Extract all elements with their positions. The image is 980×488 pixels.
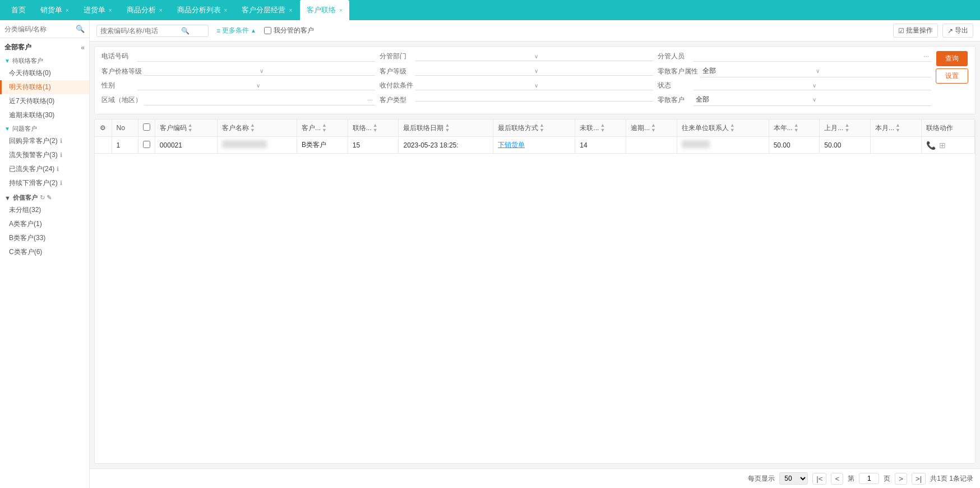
th-this-year[interactable]: 本年... ▲▼ bbox=[769, 119, 820, 137]
sidebar-item-churn-warning[interactable]: 流失预警客户(3) ℹ bbox=[0, 148, 89, 162]
region-dots-icon[interactable]: ··· bbox=[367, 96, 373, 104]
person-dots-icon[interactable]: ··· bbox=[923, 52, 929, 60]
price-level-select[interactable]: ∨ bbox=[144, 67, 375, 76]
filter-icon: ≡ bbox=[216, 27, 220, 35]
payment-arrow-icon: ∨ bbox=[534, 82, 651, 89]
nav-home[interactable]: 首页 bbox=[4, 0, 33, 20]
th-last-month[interactable]: 上月... ▲▼ bbox=[820, 119, 871, 137]
toolbar-search-icon[interactable]: 🔍 bbox=[181, 27, 189, 35]
td-overdue bbox=[626, 137, 677, 154]
status-select[interactable]: ∨ bbox=[694, 81, 931, 90]
filter-dept: 分管部门 ∨ bbox=[380, 52, 653, 61]
close-customer-tier-icon[interactable]: × bbox=[289, 7, 292, 13]
toolbar-search-input[interactable] bbox=[100, 27, 179, 35]
th-gear[interactable]: ⚙ bbox=[95, 119, 112, 137]
phone-input[interactable] bbox=[137, 51, 375, 62]
td-last-method: 下销货单 bbox=[493, 137, 575, 154]
set-btn[interactable]: 设置 bbox=[936, 68, 968, 84]
next-page-btn[interactable]: > bbox=[895, 473, 907, 485]
sidebar-item-declining[interactable]: 持续下滑客户(2) ℹ bbox=[0, 176, 89, 190]
sidebar-item-ungrouped[interactable]: 未分组(32) bbox=[0, 203, 89, 217]
toolbar: 🔍 ≡ 更多条件 ▲ 我分管的客户 ☑ 批量操作 ↗ 导出 bbox=[90, 20, 980, 42]
last-page-btn[interactable]: >| bbox=[912, 473, 926, 485]
edit-icon[interactable]: ✎ bbox=[47, 194, 52, 201]
retail-attr-select[interactable]: 全部 ∨ bbox=[700, 65, 931, 77]
th-unit-contact[interactable]: 往来单位联系人 ▲▼ bbox=[677, 119, 769, 137]
select-all-checkbox[interactable] bbox=[143, 123, 150, 131]
nav-product-analysis-list[interactable]: 商品分析列表 × bbox=[170, 0, 234, 20]
refresh-icon[interactable]: ↻ bbox=[40, 194, 45, 201]
info-icon-1[interactable]: ℹ bbox=[60, 137, 62, 145]
first-page-btn[interactable]: |< bbox=[812, 473, 826, 485]
th-last-date[interactable]: 最后联络日期 ▲▼ bbox=[399, 119, 493, 137]
my-customers-checkbox[interactable]: 我分管的客户 bbox=[264, 26, 314, 35]
retail-customer-select[interactable]: 全部 ∨ bbox=[694, 94, 931, 106]
sidebar-item-today-pending[interactable]: 今天待联络(0) bbox=[0, 66, 89, 80]
sidebar-item-b-customers[interactable]: B类客户(33) bbox=[0, 231, 89, 245]
nav-purchase-order[interactable]: 进货单 × bbox=[77, 0, 119, 20]
td-contact: 15 bbox=[348, 137, 399, 154]
export-icon: ↗ bbox=[947, 27, 953, 35]
person-label: 分管人员 bbox=[658, 52, 691, 61]
th-this-month[interactable]: 本月... ▲▼ bbox=[871, 119, 922, 137]
problem-arrow-icon: ▼ bbox=[4, 126, 10, 132]
filter-retail-customer: 零散客户 全部 ∨ bbox=[658, 94, 931, 106]
th-name[interactable]: 客户名称 ▲▼ bbox=[218, 119, 297, 137]
filter-row-1: 电话号码 分管部门 ∨ 分管人员 bbox=[101, 51, 931, 62]
close-product-analysis-list-icon[interactable]: × bbox=[224, 7, 228, 13]
info-icon-3[interactable]: ℹ bbox=[57, 165, 59, 173]
sidebar-item-7days-pending[interactable]: 近7天待联络(0) bbox=[0, 94, 89, 108]
problem-group-title: ▼ 问题客户 bbox=[0, 122, 89, 134]
th-type[interactable]: 客户... ▲▼ bbox=[297, 119, 348, 137]
page-number-input[interactable] bbox=[859, 473, 879, 484]
my-customers-check[interactable] bbox=[264, 27, 271, 34]
close-customer-contact-icon[interactable]: × bbox=[339, 7, 343, 13]
prev-page-btn[interactable]: < bbox=[831, 473, 843, 485]
sidebar-item-tomorrow-pending[interactable]: 明天待联络(1) bbox=[0, 80, 89, 94]
qr-action-icon[interactable]: ⊞ bbox=[939, 141, 946, 150]
last-method-link[interactable]: 下销货单 bbox=[498, 141, 525, 149]
filter-panel: 电话号码 分管部门 ∨ 分管人员 bbox=[94, 46, 976, 114]
batch-operations-btn[interactable]: ☑ 批量操作 bbox=[893, 24, 938, 38]
sidebar-item-a-customers[interactable]: A类客户(1) bbox=[0, 217, 89, 231]
info-icon-4[interactable]: ℹ bbox=[60, 179, 62, 187]
filter-payment: 收付款条件 ∨ bbox=[380, 81, 653, 90]
nav-product-analysis[interactable]: 商品分析 × bbox=[120, 0, 169, 20]
more-filter-btn[interactable]: ≡ 更多条件 ▲ bbox=[213, 24, 260, 37]
phone-action-icon[interactable]: 📞 bbox=[926, 141, 936, 150]
payment-select[interactable]: ∨ bbox=[415, 81, 653, 90]
sidebar-item-churned[interactable]: 已流失客户(24) ℹ bbox=[0, 162, 89, 176]
close-sales-order-icon[interactable]: × bbox=[66, 7, 69, 13]
sidebar-item-abnormal-repurchase[interactable]: 回购异常客户(2) ℹ bbox=[0, 134, 89, 148]
gear-icon[interactable]: ⚙ bbox=[100, 124, 106, 132]
query-btn[interactable]: 查询 bbox=[936, 51, 968, 66]
nav-sales-order[interactable]: 销货单 × bbox=[34, 0, 76, 20]
sidebar-search-input[interactable] bbox=[4, 25, 73, 33]
sidebar-search-icon[interactable]: 🔍 bbox=[76, 25, 85, 33]
table-body: 1 000021 B类客户 15 2023-05-23 18:25: 下销货单 bbox=[95, 137, 975, 154]
per-page-select[interactable]: 50 100 bbox=[779, 472, 808, 485]
row-checkbox[interactable] bbox=[143, 141, 150, 148]
level-select[interactable]: ∨ bbox=[415, 67, 653, 76]
filter-arrow-icon: ▲ bbox=[251, 27, 256, 34]
sidebar-item-c-customers[interactable]: C类客户(6) bbox=[0, 245, 89, 259]
export-btn[interactable]: ↗ 导出 bbox=[942, 24, 973, 38]
th-contact[interactable]: 联络... ▲▼ bbox=[348, 119, 399, 137]
th-overdue[interactable]: 逾期... ▲▼ bbox=[626, 119, 677, 137]
close-product-analysis-icon[interactable]: × bbox=[159, 7, 163, 13]
sidebar-collapse-icon[interactable]: « bbox=[81, 44, 85, 52]
dept-select[interactable]: ∨ bbox=[415, 52, 653, 61]
th-code[interactable]: 客户编码 ▲▼ bbox=[155, 119, 217, 137]
level-arrow-icon: ∨ bbox=[534, 68, 651, 74]
th-last-method[interactable]: 最后联络方式 ▲▼ bbox=[493, 119, 575, 137]
status-arrow-icon: ∨ bbox=[812, 82, 929, 89]
close-purchase-order-icon[interactable]: × bbox=[109, 7, 112, 13]
info-icon-2[interactable]: ℹ bbox=[60, 151, 62, 159]
gender-select[interactable]: ∨ bbox=[137, 81, 375, 90]
sort-contact-icon: ▲▼ bbox=[373, 123, 378, 133]
nav-customer-contact[interactable]: 客户联络 × bbox=[300, 0, 349, 20]
nav-customer-tier[interactable]: 客户分层经营 × bbox=[235, 0, 299, 20]
customer-type-select[interactable] bbox=[415, 99, 653, 102]
th-uncontacted[interactable]: 未联... ▲▼ bbox=[575, 119, 626, 137]
sidebar-item-overdue-pending[interactable]: 逾期未联络(30) bbox=[0, 108, 89, 122]
